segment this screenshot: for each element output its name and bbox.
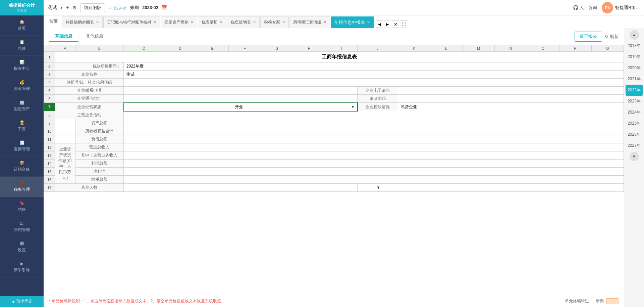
- table-row: 4 注册号/统一社会信用代码: [44, 79, 624, 87]
- year-scroll-up-btn[interactable]: ▲: [630, 30, 639, 40]
- tab-journal[interactable]: 日记账与银行对账单核对 ✕: [103, 16, 160, 28]
- sidebar-item-invoice[interactable]: 🧾 发票管理: [0, 136, 44, 157]
- col-header-J[interactable]: J: [358, 45, 398, 52]
- cell-11-value[interactable]: [124, 135, 624, 143]
- col-header-I[interactable]: I: [325, 45, 358, 52]
- year-item-2018[interactable]: 2018年: [624, 40, 644, 51]
- sidebar-item-settle[interactable]: 🔖 结账: [0, 197, 44, 217]
- sidebar-item-ledger[interactable]: 📋 总账: [0, 36, 44, 56]
- year-item-2023[interactable]: 2023年: [624, 96, 644, 107]
- tab-annual-report-close[interactable]: ✕: [367, 20, 370, 25]
- support-btn[interactable]: 🎧 人工咨询: [573, 5, 597, 11]
- cell-16-value[interactable]: [124, 176, 624, 184]
- cell-7-status[interactable]: 开业 ▼: [124, 103, 358, 111]
- cell-14-value[interactable]: [124, 160, 624, 168]
- sidebar-item-settings[interactable]: ⚙️ 设置: [0, 237, 44, 257]
- cell-title[interactable]: 工商年报信息表: [55, 52, 624, 62]
- spreadsheet-container[interactable]: A B C D E F G H I J: [44, 45, 624, 295]
- year-item-2025[interactable]: 2025年: [624, 118, 644, 129]
- old-version-btn[interactable]: 切到旧版: [80, 3, 105, 12]
- reset-report-btn[interactable]: 重置报表: [575, 32, 602, 42]
- sidebar-item-capital[interactable]: 💰 资金管理: [0, 76, 44, 96]
- tab-tax-table[interactable]: 税表清册 ✕: [198, 16, 226, 28]
- sidebar-item-fixed[interactable]: 🏢 固定资产: [0, 96, 44, 116]
- cell-10-a: [55, 127, 75, 135]
- sidebar-item-stock[interactable]: 📦 进销台账: [0, 157, 44, 177]
- col-header-N[interactable]: N: [495, 45, 527, 52]
- tab-tax-wave[interactable]: 税负波动表 ✕: [227, 16, 260, 28]
- year-item-2024[interactable]: 2024年: [624, 107, 644, 118]
- settings-icon-btn[interactable]: ⚙: [72, 5, 77, 10]
- tab-prev-btn[interactable]: ◀: [376, 20, 383, 28]
- cell-2-value[interactable]: 2022年度: [124, 62, 624, 71]
- col-header-K[interactable]: K: [398, 45, 430, 52]
- cell-8-value[interactable]: [124, 111, 624, 119]
- refresh-btn[interactable]: ↻ 刷新: [605, 34, 619, 40]
- cell-7-holding[interactable]: 私营企业: [398, 103, 624, 111]
- tab-fixed-asset-close[interactable]: ✕: [191, 20, 194, 25]
- tab-aux-close[interactable]: ✕: [96, 20, 99, 25]
- sidebar-item-report[interactable]: 📊 报表中心: [0, 56, 44, 76]
- sidebar-item-archive[interactable]: 🗂 归档管理: [0, 217, 44, 237]
- cell-13-value[interactable]: [124, 151, 624, 160]
- avatar[interactable]: Rit: [602, 2, 613, 13]
- year-item-2026[interactable]: 2026年: [624, 129, 644, 140]
- sheet-tab-basic[interactable]: 基础信息: [49, 31, 78, 42]
- calendar-icon[interactable]: 📅: [162, 5, 167, 10]
- year-item-2020[interactable]: 2020年: [624, 62, 644, 74]
- project-dropdown-btn[interactable]: ▾: [60, 5, 63, 10]
- tab-fixed-asset[interactable]: 固定资产类别 ✕: [161, 16, 197, 28]
- col-header-D[interactable]: D: [164, 45, 196, 52]
- year-item-2019[interactable]: 2019年: [624, 51, 644, 62]
- cell-12-value[interactable]: [124, 143, 624, 151]
- tab-tax-wave-close[interactable]: ✕: [253, 20, 256, 25]
- tab-home[interactable]: 首页: [45, 15, 62, 28]
- col-header-O[interactable]: O: [527, 45, 559, 52]
- tab-journal-close[interactable]: ✕: [153, 20, 156, 25]
- cell-6-addr[interactable]: [124, 95, 358, 103]
- sidebar-item-salary[interactable]: 👷 工资: [0, 116, 44, 136]
- col-header-Q[interactable]: Q: [591, 45, 624, 52]
- col-header-M[interactable]: M: [463, 45, 495, 52]
- tab-income-tax[interactable]: 所得税汇算清缴 ✕: [289, 16, 330, 28]
- tab-expand-btn[interactable]: ⛶: [400, 20, 407, 28]
- tab-tax-check-close[interactable]: ✕: [282, 20, 285, 25]
- cell-9-value[interactable]: [124, 119, 624, 127]
- col-header-A[interactable]: A: [55, 45, 75, 52]
- cell-5-email[interactable]: [398, 87, 624, 95]
- year-item-2021[interactable]: 2021年: [624, 74, 644, 85]
- tab-aux[interactable]: 科目辅助余额表 ✕: [62, 16, 103, 28]
- sidebar-item-guide[interactable]: ▶ 新手引导: [0, 257, 44, 277]
- col-header-E[interactable]: E: [196, 45, 228, 52]
- col-header-L[interactable]: L: [430, 45, 462, 52]
- col-header-C[interactable]: C: [124, 45, 164, 52]
- tab-tax-check[interactable]: 税检专家 ✕: [260, 16, 289, 28]
- cell-17-v2[interactable]: [398, 184, 624, 192]
- cancel-pin-btn[interactable]: ◄ 取消固定: [0, 296, 44, 307]
- tab-next-btn[interactable]: ▶: [384, 20, 391, 28]
- tab-tax-table-close[interactable]: ✕: [220, 20, 223, 25]
- cell-15-value[interactable]: [124, 168, 624, 176]
- col-header-F[interactable]: F: [228, 45, 261, 52]
- col-header-G[interactable]: G: [261, 45, 293, 52]
- cell-4-value[interactable]: [124, 79, 624, 87]
- tab-close-all-btn[interactable]: ✕: [392, 20, 399, 28]
- col-header-B[interactable]: B: [75, 45, 123, 52]
- cell-10-value[interactable]: [124, 127, 624, 135]
- year-scroll-down-btn[interactable]: ▼: [630, 152, 639, 161]
- col-header-H[interactable]: H: [293, 45, 325, 52]
- cell-6-postal[interactable]: [398, 95, 624, 103]
- cell-17-v1[interactable]: [124, 184, 358, 192]
- cell-3-value[interactable]: 测试: [124, 71, 624, 79]
- year-item-2027[interactable]: 2027年: [624, 140, 644, 151]
- sheet-tab-other[interactable]: 其他信息: [80, 31, 109, 42]
- add-tab-btn[interactable]: +: [66, 5, 69, 11]
- year-item-2022[interactable]: 2022年: [626, 85, 643, 96]
- col-header-P[interactable]: P: [559, 45, 591, 52]
- cell-5-phone[interactable]: [124, 87, 358, 95]
- cell-17-zero[interactable]: 0: [358, 184, 398, 192]
- sidebar-item-tax[interactable]: 💼 税务管理: [0, 177, 44, 197]
- tab-annual-report[interactable]: 年报信息申报表 ✕: [331, 16, 374, 28]
- sidebar-item-home[interactable]: 🏠 首页: [0, 15, 44, 36]
- tab-income-tax-close[interactable]: ✕: [323, 20, 326, 25]
